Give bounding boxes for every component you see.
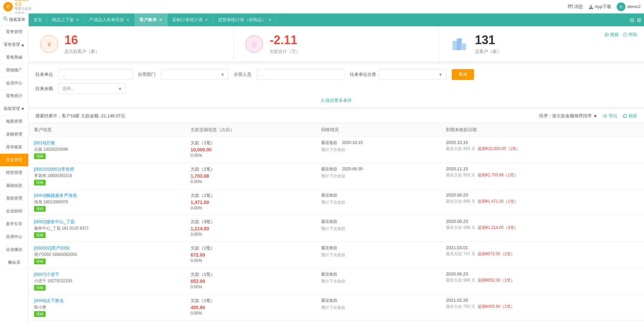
tab-close-product-list[interactable]: ✕	[76, 18, 79, 22]
sidebar-item-basic-info[interactable]: 基础信息	[0, 179, 28, 192]
svg-rect-0	[589, 8, 593, 9]
tab-customer-account[interactable]: 客户账本 ✕	[135, 13, 167, 26]
svg-point-1	[4, 17, 6, 20]
debt-amount-2[interactable]: 1,471.00	[191, 200, 310, 205]
tab-import-stats[interactable]: 进货单统计表（按商品） ✕	[213, 13, 277, 26]
overdue-link-3[interactable]: 超期¥1,214.00（3笔）	[478, 225, 518, 230]
customer-name-6[interactable]: [0006]去下粮仓	[34, 298, 180, 304]
overdue-link-0[interactable]: 超期¥10,000.00（1笔）	[478, 146, 521, 151]
balance-select[interactable]: 选择... ▼	[58, 83, 126, 94]
customer-tag-4: 现销	[34, 259, 46, 264]
sidebar-item-sys-mgmt[interactable]: 系统管理	[0, 192, 28, 205]
unit-category-select[interactable]: ▼	[379, 69, 446, 80]
help-icon: ?	[623, 32, 627, 37]
cell-due-1: 2020.11.15 最长欠款 853 天 超期¥1,703.68（1笔）	[441, 163, 644, 189]
source-unit-input[interactable]: ...	[58, 69, 133, 80]
sidebar: 搜索菜单 零售管理 零售管理 ▲ 零售商城 营销推广 会员中心 零售统计 批发管…	[0, 13, 29, 324]
payment-next-6: 预计下次收款	[321, 305, 435, 311]
sidebar-item-app-center[interactable]: 应用中心	[0, 231, 28, 243]
manager-input[interactable]: ...	[257, 69, 344, 80]
search-btn[interactable]: 查询	[452, 69, 474, 80]
sidebar-item-enterprise-wechat[interactable]: 企业微信	[0, 243, 28, 256]
debt-amount-6[interactable]: 455.90	[191, 305, 310, 310]
top-bar: 好 畅捷通好生意 母婴行业演示账套 消息 App下载 D demo2	[0, 0, 644, 13]
cell-payment-5: 最近收款 预计下次收款	[316, 268, 441, 294]
overdue-link-6[interactable]: 超期¥455.90（1笔）	[478, 304, 515, 309]
cell-debt-5: 欠款（1笔） 652.00 0.00%	[185, 268, 316, 294]
cell-customer-0: [0016]吕俊 吕俊 13026203696 现销	[29, 137, 185, 163]
sidebar-item-purchase[interactable]: 采购管理	[0, 128, 28, 141]
tab-close-import-stats[interactable]: ✕	[268, 18, 272, 22]
overdue-link-5[interactable]: 超期¥652.00（1笔）	[478, 278, 515, 283]
cell-debt-1: 欠款（1笔） 1,703.68 0.00%	[185, 163, 316, 189]
tab-close-customer-account[interactable]: ✕	[159, 18, 162, 22]
customer-name-0[interactable]: [0016]吕俊	[34, 140, 180, 146]
view-video-btn[interactable]: 视频	[604, 32, 619, 38]
tab-close-product-history[interactable]: ✕	[126, 18, 130, 22]
sidebar-item-member[interactable]: 会员中心	[0, 77, 28, 90]
payment-next-0: 预计下次收款	[321, 147, 435, 153]
dept-label: 分管部门	[138, 71, 158, 78]
customer-name-2[interactable]: [0003]畅捷服务尹海燕	[34, 193, 180, 199]
message-btn[interactable]: 消息	[568, 4, 583, 10]
data-table: 客户信息 欠款交易信息（占比） 回收情况 到期未收款日期 [0016]吕俊 吕俊…	[29, 123, 644, 324]
sidebar-item-retail-store[interactable]: 零售商城	[0, 51, 28, 64]
sidebar-search[interactable]: 搜索菜单	[0, 13, 28, 26]
sidebar-item-retail-stats[interactable]: 零售统计	[0, 90, 28, 102]
tab-minimize-btn[interactable]: ⊟	[630, 17, 634, 23]
svg-marker-11	[606, 34, 608, 36]
refresh-btn[interactable]: 刷新	[623, 113, 637, 119]
sidebar-item-capital[interactable]: 资金管理	[0, 154, 28, 167]
debt-count-5: 欠款（1笔）	[191, 271, 310, 277]
debt-amount-4[interactable]: 672.00	[191, 252, 310, 258]
debt-ratio-2: 0.00%	[191, 206, 310, 210]
user-area[interactable]: D demo2	[617, 2, 641, 11]
customer-name-3[interactable]: [0002]服务中心_丁磊	[34, 219, 180, 225]
tab-home[interactable]: 首页	[29, 13, 47, 26]
overdue-link-4[interactable]: 超期¥672.00（1笔）	[478, 252, 515, 256]
tab-expand-btn[interactable]: ⊞	[637, 17, 641, 23]
cell-due-5: 2020.06.23 最长欠款 998 天 超期¥652.00（1笔）	[441, 268, 644, 294]
sidebar-item-ecommerce[interactable]: 电商管理	[0, 115, 28, 128]
sidebar-item-new-guide[interactable]: 新手引导	[0, 218, 28, 231]
export-btn[interactable]: 导出	[603, 113, 617, 119]
sidebar-item-enterprise[interactable]: 企业协同	[0, 205, 28, 218]
customer-phone-1: 李老师 18600391516	[34, 173, 180, 179]
stat-info-debt-amount: -2.11 欠款合计（万）	[270, 33, 300, 55]
debt-amount-0[interactable]: 10,000.00	[191, 147, 310, 152]
sidebar-item-inventory[interactable]: 库存核算	[0, 141, 28, 154]
overdue-link-1[interactable]: 超期¥1,703.68（1笔）	[478, 173, 518, 177]
customer-name-1[interactable]: [0001020001]李老师	[34, 166, 180, 172]
sidebar-item-marketing[interactable]: 营销推广	[0, 64, 28, 77]
debt-amount-5[interactable]: 652.00	[191, 278, 310, 284]
debt-amount-1[interactable]: 1,703.68	[191, 173, 310, 179]
sidebar-item-vip[interactable]: 畅会员	[0, 256, 28, 269]
sort-select[interactable]: 排序：按欠款金额倒序排序 ▼	[539, 113, 597, 119]
payment-next-3: 预计下次收款	[321, 226, 435, 232]
sidebar-item-quick-nav[interactable]: 零售管理	[0, 26, 28, 38]
sidebar-item-retail-mgmt[interactable]: 零售管理 ▲	[0, 38, 28, 51]
customer-tag-6: 现销	[34, 311, 46, 317]
customer-name-5[interactable]: [0007]小进干	[34, 271, 180, 277]
table-row: [0006]去下粮仓 陈小册 现销 欠款（1笔） 455.90 0.00% 最近…	[29, 294, 644, 321]
svg-text:¥: ¥	[47, 40, 51, 48]
dept-select[interactable]: ▼	[161, 69, 228, 80]
tab-product-history[interactable]: 产成品入库单历史 ✕	[84, 13, 135, 26]
tab-product-list[interactable]: 商品上下架 ✕	[47, 13, 84, 26]
debt-amount-3[interactable]: 1,214.00	[191, 226, 310, 231]
overdue-link-2[interactable]: 超期¥1,471.00（1笔）	[478, 199, 518, 204]
tab-bar: 首页 商品上下架 ✕ 产成品入库单历史 ✕ 客户账本 ✕ 采购订单统计表 ✕	[29, 13, 644, 26]
help-btn[interactable]: ? 帮助	[623, 32, 637, 38]
collapse-arrow-icon: ⋀	[321, 98, 325, 103]
total-customers-value: 131	[475, 33, 501, 47]
sidebar-item-batch-mgmt[interactable]: 批发管理 ▼	[0, 102, 28, 115]
total-customers-label: 总客户（家）	[475, 49, 501, 55]
table-header: 客户信息 欠款交易信息（占比） 回收情况 到期未收款日期	[29, 123, 644, 137]
app-download-btn[interactable]: App下载	[588, 4, 611, 10]
tab-bar-actions: ⊟ ⊞	[627, 17, 644, 23]
tab-close-purchase-stats[interactable]: ✕	[205, 18, 208, 22]
sidebar-item-biz-mgmt[interactable]: 经营管理	[0, 167, 28, 179]
filter-collapse-btn[interactable]: ⋀ 收起更多条件	[35, 97, 637, 104]
customer-name-4[interactable]: [000002]用户2050	[34, 245, 180, 251]
tab-purchase-stats[interactable]: 采购订单统计表 ✕	[167, 13, 213, 26]
